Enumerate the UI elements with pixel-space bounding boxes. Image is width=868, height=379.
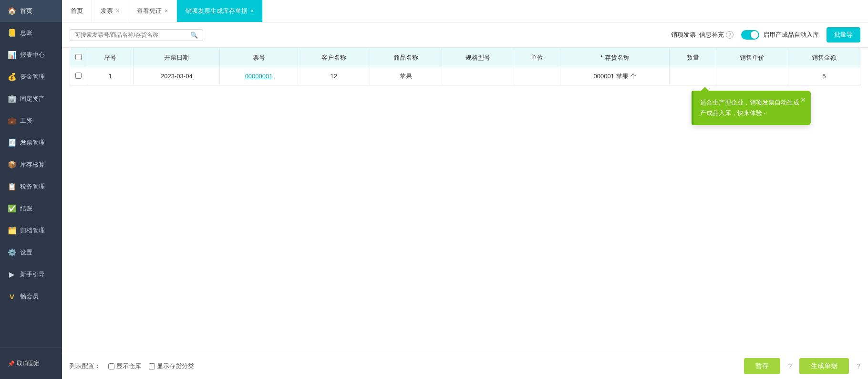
toggle-area: 启用产成品自动入库 [741, 30, 819, 40]
th-qty: 数量 [670, 48, 716, 67]
sidebar-item-invoice[interactable]: 🧾 发票管理 [0, 132, 62, 154]
home-icon: 🏠 [8, 7, 16, 15]
row-checkbox[interactable] [75, 73, 82, 79]
tab-invoice-label: 发票 [101, 7, 113, 15]
table-row: 1 2023-03-04 00000001 12 苹果 000001 苹果 个 … [70, 67, 860, 85]
search-input[interactable] [75, 32, 187, 38]
select-all-checkbox[interactable] [75, 54, 82, 60]
report-icon: 📊 [8, 51, 16, 59]
batch-button[interactable]: 批量导 [827, 27, 860, 42]
sidebar-label-home: 首页 [20, 7, 32, 15]
show-warehouse-checkbox[interactable] [108, 363, 114, 369]
sidebar-item-funds[interactable]: 💰 资金管理 [0, 66, 62, 88]
sidebar-item-inventory[interactable]: 📦 库存核算 [0, 154, 62, 176]
tab-bar: 首页 发票 × 查看凭证 × 销项发票生成库存单据 × [62, 0, 868, 22]
th-customer: 客户名称 [298, 48, 370, 67]
sidebar-label-guide: 新手引导 [20, 270, 45, 279]
tab-invoice-close[interactable]: × [116, 8, 119, 14]
tab-generate[interactable]: 销项发票生成库存单据 × [177, 0, 263, 22]
sidebar-item-tax[interactable]: 📋 税务管理 [0, 176, 62, 198]
th-checkbox[interactable] [70, 48, 87, 67]
sidebar: 🏠 首页 📒 总账 📊 报表中心 💰 资金管理 🏢 固定资产 💼 工资 🧾 发票… [0, 0, 62, 379]
sidebar-item-settings[interactable]: ⚙️ 设置 [0, 242, 62, 263]
data-table: 序号 开票日期 票号 客户名称 商品名称 规格型号 单位 * 存货名称 数量 销… [70, 48, 860, 85]
th-date: 开票日期 [134, 48, 220, 67]
th-product: 商品名称 [370, 48, 442, 67]
save-button[interactable]: 暂存 [744, 358, 780, 374]
th-unit: 单位 [514, 48, 560, 67]
generate-help-icon[interactable]: ? [857, 362, 860, 370]
ledger-icon: 📒 [8, 29, 16, 37]
sidebar-label-inventory: 库存核算 [20, 160, 45, 169]
row-unit [514, 67, 560, 85]
vip-icon: V [8, 293, 16, 301]
tax-icon: 📋 [8, 182, 16, 191]
generate-button[interactable]: 生成单据 [799, 358, 849, 374]
search-box[interactable]: 🔍 [70, 29, 203, 41]
settlement-icon: ✅ [8, 204, 16, 213]
sidebar-label-settings: 设置 [20, 248, 32, 257]
sidebar-label-funds: 资金管理 [20, 73, 45, 81]
sidebar-item-home[interactable]: 🏠 首页 [0, 0, 62, 22]
toolbar: 🔍 销项发票_信息补充 ? 启用产成品自动入库 批量导 [62, 22, 868, 48]
sidebar-item-assets[interactable]: 🏢 固定资产 [0, 88, 62, 110]
show-warehouse-text: 显示仓库 [116, 362, 141, 370]
row-unit-price [716, 67, 788, 85]
guide-icon: ▶ [8, 270, 16, 279]
sidebar-item-archive[interactable]: 🗂️ 归档管理 [0, 220, 62, 242]
settings-icon: ⚙️ [8, 248, 16, 257]
toggle-switch[interactable] [741, 30, 759, 40]
sidebar-label-invoice: 发票管理 [20, 138, 45, 147]
tooltip-text: 适合生产型企业，销项发票自动生成产成品入库，快来体验~ [700, 99, 799, 116]
show-category-label[interactable]: 显示存货分类 [149, 362, 194, 370]
row-checkbox-cell[interactable] [70, 67, 87, 85]
row-product: 苹果 [370, 67, 442, 85]
sidebar-item-settlement[interactable]: ✅ 结账 [0, 198, 62, 220]
table-area: 序号 开票日期 票号 客户名称 商品名称 规格型号 单位 * 存货名称 数量 销… [62, 48, 868, 353]
sidebar-label-report: 报表中心 [20, 51, 45, 59]
sidebar-item-vip[interactable]: V 畅会员 [0, 285, 62, 307]
row-spec [442, 67, 514, 85]
tooltip-popup: ✕ 适合生产型企业，销项发票自动生成产成品入库，快来体验~ [692, 91, 811, 125]
sidebar-label-payroll: 工资 [20, 116, 32, 125]
row-date: 2023-03-04 [134, 67, 220, 85]
main-area: 首页 发票 × 查看凭证 × 销项发票生成库存单据 × 🔍 销项发票_信息补充 … [62, 0, 868, 379]
show-category-checkbox[interactable] [149, 363, 155, 369]
tab-voucher-close[interactable]: × [165, 8, 168, 14]
th-seq: 序号 [87, 48, 134, 67]
search-icon: 🔍 [190, 32, 198, 39]
th-spec: 规格型号 [442, 48, 514, 67]
row-number[interactable]: 00000001 [220, 67, 298, 85]
content-area: 🔍 销项发票_信息补充 ? 启用产成品自动入库 批量导 [62, 22, 868, 379]
tab-generate-close[interactable]: × [250, 8, 254, 14]
toggle-knob [751, 31, 758, 39]
tab-voucher[interactable]: 查看凭证 × [128, 0, 177, 22]
tab-invoice[interactable]: 发票 × [92, 0, 128, 22]
archive-icon: 🗂️ [8, 226, 16, 235]
sidebar-label-settlement: 结账 [20, 204, 32, 213]
th-inventory: * 存货名称 [560, 48, 670, 67]
sidebar-item-guide[interactable]: ▶ 新手引导 [0, 263, 62, 285]
row-amount: 5 [788, 67, 860, 85]
sidebar-item-report[interactable]: 📊 报表中心 [0, 44, 62, 66]
assets-icon: 🏢 [8, 95, 16, 103]
tab-home[interactable]: 首页 [62, 0, 92, 22]
row-seq: 1 [87, 67, 134, 85]
th-number: 票号 [220, 48, 298, 67]
info-help-icon[interactable]: ? [726, 31, 734, 39]
sidebar-item-payroll[interactable]: 💼 工资 [0, 110, 62, 132]
save-help-icon[interactable]: ? [788, 362, 792, 370]
sidebar-label-vip: 畅会员 [20, 292, 39, 301]
funds-icon: 💰 [8, 73, 16, 81]
row-inventory: 000001 苹果 个 [560, 67, 670, 85]
config-label: 列表配置： [70, 362, 101, 370]
show-warehouse-label[interactable]: 显示仓库 [108, 362, 141, 370]
bottom-bar: 列表配置： 显示仓库 显示存货分类 暂存 ? 生成单据 ? [62, 353, 868, 379]
pin-label: 取消固定 [17, 359, 40, 368]
sidebar-label-ledger: 总账 [20, 29, 32, 37]
pin-button[interactable]: 📌 取消固定 [0, 353, 62, 374]
sidebar-item-ledger[interactable]: 📒 总账 [0, 22, 62, 44]
tooltip-close-button[interactable]: ✕ [800, 95, 806, 106]
inventory-icon: 📦 [8, 160, 16, 169]
show-category-text: 显示存货分类 [157, 362, 194, 370]
